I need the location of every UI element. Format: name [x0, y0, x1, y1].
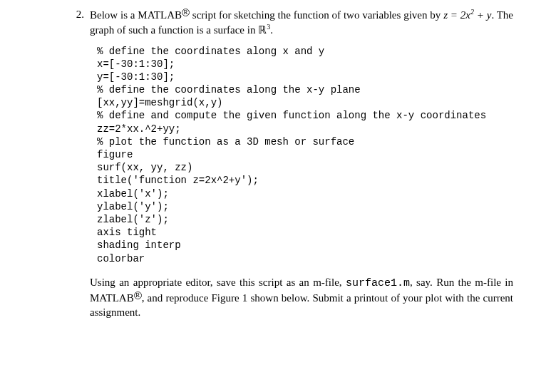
equation-tail: + y: [474, 9, 491, 21]
real-space: ℝ: [258, 24, 267, 36]
intro-text-2: script for sketching the function of two…: [190, 9, 443, 21]
closing-text-1: Using an appropriate editor, save this s…: [90, 277, 346, 288]
registered-icon: R: [134, 292, 142, 299]
closing-text-3: , and reproduce Figure 1 shown below. Su…: [90, 292, 513, 318]
registered-icon: R: [182, 9, 190, 16]
equation-lhs: z = 2x: [443, 9, 470, 21]
question-block: 2. Below is a MATLABR script for sketchi…: [71, 7, 513, 319]
filename: surface1.m: [346, 277, 410, 289]
closing-paragraph: Using an appropriate editor, save this s…: [90, 275, 513, 320]
intro-text-1: Below is a MATLAB: [90, 9, 182, 21]
code-block: % define the coordinates along x and y x…: [97, 45, 513, 265]
intro-paragraph: Below is a MATLABR script for sketching …: [90, 7, 513, 38]
intro-text-4: .: [270, 24, 273, 36]
question-number: 2.: [71, 7, 84, 319]
question-body: Below is a MATLABR script for sketching …: [90, 7, 513, 319]
